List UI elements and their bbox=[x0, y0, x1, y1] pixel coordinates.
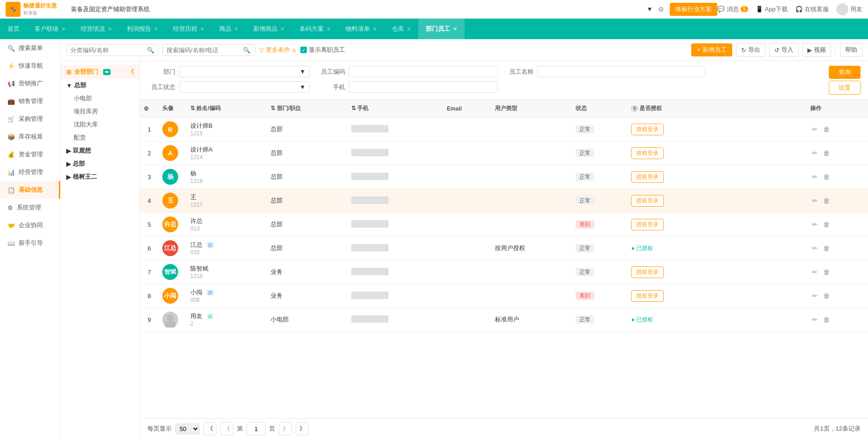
delete-btn[interactable]: 🗑 bbox=[821, 315, 832, 324]
th-phone[interactable]: ⇅ 手机 bbox=[347, 100, 443, 118]
title-dropdown-icon[interactable]: ▼ bbox=[646, 6, 653, 13]
video-btn[interactable]: ▶ 视频 bbox=[802, 43, 831, 57]
cell-auth[interactable]: 授权登录 bbox=[627, 141, 713, 165]
filter-empname-input[interactable] bbox=[537, 66, 705, 77]
dept-all-edit-icon[interactable]: ✏ bbox=[103, 69, 111, 75]
dept-group-shuangluxiang[interactable]: ▶ 双鹿想 bbox=[61, 144, 139, 157]
dept-sub-xiangmukufang[interactable]: 项目库房 bbox=[61, 105, 139, 118]
dept-group-zongbu[interactable]: ▼ 总部 bbox=[61, 79, 139, 92]
dept-sub-peihuo[interactable]: 配货 bbox=[61, 131, 139, 144]
settings-icon[interactable]: ⚙ bbox=[656, 4, 666, 15]
delete-btn[interactable]: 🗑 bbox=[821, 125, 832, 134]
cell-auth[interactable]: 授权登录 bbox=[627, 213, 713, 237]
tab-barcode-close[interactable]: ✕ bbox=[326, 26, 331, 32]
auth-login-btn[interactable]: 授权登录 bbox=[631, 171, 664, 183]
sidebar-item-sales[interactable]: 💼 销售管理 bbox=[0, 92, 60, 110]
add-employee-btn[interactable]: + 新增员工 bbox=[691, 43, 732, 56]
employee-search-box[interactable]: 🔍 bbox=[162, 44, 256, 56]
delete-btn[interactable]: 🗑 bbox=[821, 291, 832, 300]
delete-btn[interactable]: 🗑 bbox=[821, 196, 832, 205]
tab-add-goods[interactable]: 新增商品 ✕ bbox=[246, 19, 292, 39]
auth-login-btn[interactable]: 授权登录 bbox=[631, 124, 664, 135]
edit-btn[interactable]: ✏ bbox=[810, 291, 819, 300]
cell-auth[interactable]: 授权登录 bbox=[627, 118, 713, 141]
next-page-btn[interactable]: 〉 bbox=[279, 422, 292, 435]
edit-btn[interactable]: ✏ bbox=[810, 220, 819, 229]
auth-login-btn[interactable]: 授权登录 bbox=[631, 147, 664, 159]
cell-auth[interactable]: 授权登录 bbox=[627, 260, 713, 284]
sidebar-item-basic[interactable]: 📋 基础信息 bbox=[0, 181, 60, 199]
sidebar-item-purchase[interactable]: 🛒 采购管理 bbox=[0, 110, 60, 128]
dept-sub-shenyang[interactable]: 沈阳大库 bbox=[61, 118, 139, 131]
employee-search-input[interactable] bbox=[167, 47, 241, 54]
delete-btn[interactable]: 🗑 bbox=[821, 244, 832, 253]
page-size-select[interactable]: 50 100 200 bbox=[175, 424, 200, 434]
message-btn[interactable]: 💬 消息 5 bbox=[717, 5, 748, 14]
delete-btn[interactable]: 🗑 bbox=[821, 267, 832, 277]
cell-auth[interactable]: ● 已授权 bbox=[627, 308, 713, 332]
edit-btn[interactable]: ✏ bbox=[810, 148, 819, 158]
dept-sub-xiaodibu[interactable]: 小电部 bbox=[61, 92, 139, 105]
user-area[interactable]: 用友 bbox=[836, 3, 862, 15]
cell-auth[interactable]: ● 已授权 bbox=[627, 237, 713, 260]
tab-goods[interactable]: 商品 ✕ bbox=[212, 19, 246, 39]
help-btn[interactable]: 帮助 bbox=[840, 43, 862, 57]
sidebar-item-inventory[interactable]: 📦 库存核算 bbox=[0, 128, 60, 146]
auth-login-btn[interactable]: 授权登录 bbox=[631, 219, 664, 230]
sidebar-item-finance[interactable]: 💰 资金管理 bbox=[0, 146, 60, 163]
set-btn[interactable]: 设置 bbox=[829, 81, 861, 95]
delete-btn[interactable]: 🗑 bbox=[821, 172, 832, 181]
show-resigned-toggle[interactable]: ✓ 显示离职员工 bbox=[300, 46, 345, 54]
edit-btn[interactable]: ✏ bbox=[810, 172, 819, 181]
auth-login-btn[interactable]: 授权登录 bbox=[631, 266, 664, 278]
delete-btn[interactable]: 🗑 bbox=[821, 220, 832, 229]
tab-dept-employee[interactable]: 部门员工 ✕ bbox=[418, 19, 465, 39]
trial-btn[interactable]: 体验行业方案 bbox=[670, 3, 717, 16]
sidebar-item-operation[interactable]: 📊 经营管理 bbox=[0, 163, 60, 181]
export-btn[interactable]: ↻ 导出 bbox=[736, 43, 765, 57]
filter-empcode-input[interactable] bbox=[349, 66, 498, 77]
query-btn[interactable]: 查询 bbox=[829, 66, 861, 79]
cell-auth[interactable]: 授权登录 bbox=[627, 189, 713, 213]
cell-auth[interactable]: 授权登录 bbox=[627, 165, 713, 189]
dept-group-zongbu2[interactable]: ▶ 总部 bbox=[61, 157, 139, 170]
employee-search-icon[interactable]: 🔍 bbox=[243, 47, 250, 54]
tab-bom[interactable]: 物料清单 ✕ bbox=[338, 19, 384, 39]
app-download-btn[interactable]: 📱 App下载 bbox=[756, 5, 788, 14]
auth-login-btn[interactable]: 授权登录 bbox=[631, 290, 664, 302]
delete-btn[interactable]: 🗑 bbox=[821, 148, 832, 158]
tab-history-close[interactable]: ✕ bbox=[200, 26, 204, 32]
sidebar-item-shortcut[interactable]: ⚡ 快速导航 bbox=[0, 57, 60, 75]
tab-customer[interactable]: 客户联络 ✕ bbox=[27, 19, 73, 39]
first-page-btn[interactable]: 《 bbox=[203, 422, 216, 435]
th-settings[interactable]: ⚙ bbox=[140, 100, 159, 118]
auth-login-btn[interactable]: 授权登录 bbox=[631, 195, 664, 207]
edit-btn[interactable]: ✏ bbox=[810, 267, 819, 277]
edit-btn[interactable]: ✏ bbox=[810, 315, 819, 324]
dept-group-zhishu[interactable]: ▶ 植树王二 bbox=[61, 170, 139, 183]
prev-page-btn[interactable]: 〈 bbox=[220, 422, 233, 435]
tab-profit[interactable]: 利润报告 ✕ bbox=[119, 19, 166, 39]
tab-operation[interactable]: 经营情况 ✕ bbox=[73, 19, 119, 39]
tab-operation-close[interactable]: ✕ bbox=[108, 26, 112, 32]
filter-empstatus-select[interactable]: ▼ bbox=[179, 81, 310, 93]
tab-warehouse-close[interactable]: ✕ bbox=[407, 26, 411, 32]
filter-dept-select[interactable]: ▼ bbox=[179, 66, 310, 77]
cell-auth[interactable]: 授权登录 bbox=[627, 284, 713, 308]
online-service-btn[interactable]: 🎧 在线客服 bbox=[795, 5, 829, 14]
tab-home[interactable]: 首页 bbox=[0, 19, 27, 39]
sidebar-item-marketing[interactable]: 📢 营销推广 bbox=[0, 75, 60, 92]
tab-customer-close[interactable]: ✕ bbox=[62, 26, 66, 32]
more-filter-btn[interactable]: ▽ 更多条件 ∧ bbox=[259, 46, 297, 54]
dept-all-btn[interactable]: ⊞ 全部部门 ✏ 《 bbox=[61, 65, 139, 79]
tab-bom-close[interactable]: ✕ bbox=[373, 26, 377, 32]
sidebar-item-collab[interactable]: 🤝 企业协同 bbox=[0, 216, 60, 234]
dept-collapse-icon[interactable]: 《 bbox=[128, 68, 134, 76]
category-search-icon[interactable]: 🔍 bbox=[147, 47, 154, 54]
category-search-box[interactable]: 🔍 bbox=[66, 44, 159, 56]
page-input[interactable] bbox=[247, 422, 265, 435]
sidebar-item-search[interactable]: 🔍 搜索菜单 bbox=[0, 39, 60, 57]
tab-goods-close[interactable]: ✕ bbox=[234, 26, 238, 32]
tab-add-goods-close[interactable]: ✕ bbox=[280, 26, 285, 32]
edit-btn[interactable]: ✏ bbox=[810, 244, 819, 253]
